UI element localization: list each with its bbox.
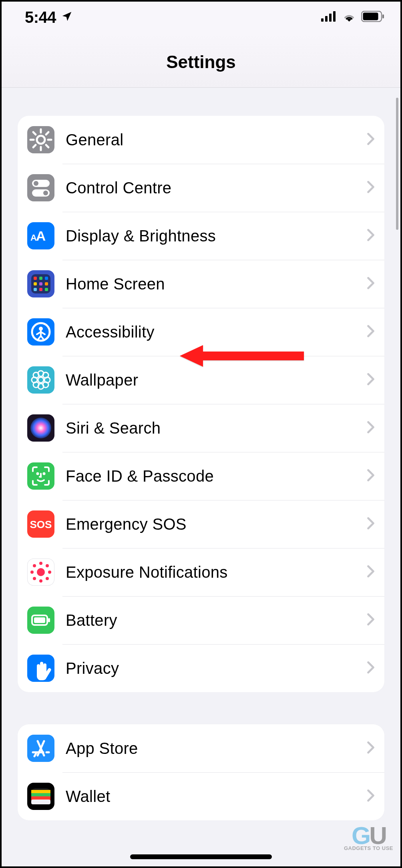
settings-group-1: GeneralControl CentreDisplay & Brightnes… xyxy=(18,116,384,692)
settings-row-label: Siri & Search xyxy=(66,419,367,437)
chevron-right-icon xyxy=(367,325,375,339)
chevron-right-icon xyxy=(367,469,375,483)
settings-row-label: Emergency SOS xyxy=(66,515,367,533)
settings-row-label: Exposure Notifications xyxy=(66,563,367,581)
svg-rect-0 xyxy=(321,18,324,22)
faceid-icon xyxy=(27,462,54,490)
svg-rect-6 xyxy=(382,14,384,18)
settings-row-control-centre[interactable]: Control Centre xyxy=(18,164,384,212)
chevron-right-icon xyxy=(367,613,375,627)
settings-row-emergency-sos[interactable]: Emergency SOS xyxy=(18,500,384,548)
settings-row-battery[interactable]: Battery xyxy=(18,596,384,644)
settings-group-2: App StoreWallet xyxy=(18,724,384,820)
wifi-icon xyxy=(342,11,356,23)
watermark: GU GADGETS TO USE xyxy=(344,824,393,851)
siri-icon xyxy=(27,414,54,442)
settings-row-label: Wallet xyxy=(66,788,367,806)
aa-icon xyxy=(27,222,54,249)
home-indicator[interactable] xyxy=(130,854,272,859)
settings-row-siri-search[interactable]: Siri & Search xyxy=(18,404,384,452)
sos-icon xyxy=(27,510,54,538)
grid-icon xyxy=(27,270,54,297)
settings-row-label: Privacy xyxy=(66,659,367,677)
chevron-right-icon xyxy=(367,133,375,147)
settings-row-label: Battery xyxy=(66,611,367,629)
settings-row-label: Accessibility xyxy=(66,323,367,341)
settings-row-label: Display & Brightness xyxy=(66,227,367,245)
flower-icon xyxy=(27,366,54,394)
wallet-icon xyxy=(27,783,54,810)
chevron-right-icon xyxy=(367,565,375,579)
page-title: Settings xyxy=(2,33,400,88)
toggles-icon xyxy=(27,174,54,201)
settings-row-privacy[interactable]: Privacy xyxy=(18,644,384,692)
chevron-right-icon xyxy=(367,421,375,435)
exposure-icon xyxy=(27,559,54,586)
svg-rect-2 xyxy=(329,14,332,22)
battery-icon xyxy=(361,11,384,24)
chevron-right-icon xyxy=(367,661,375,675)
settings-content: GeneralControl CentreDisplay & Brightnes… xyxy=(2,88,400,820)
chevron-right-icon xyxy=(367,741,375,755)
appstore-icon xyxy=(27,735,54,762)
chevron-right-icon xyxy=(367,517,375,531)
status-bar: 5:44 xyxy=(2,2,400,33)
cellular-icon xyxy=(321,11,337,23)
chevron-right-icon xyxy=(367,789,375,804)
svg-rect-5 xyxy=(363,13,378,20)
chevron-right-icon xyxy=(367,181,375,195)
hand-icon xyxy=(27,655,54,682)
battery-icon xyxy=(27,607,54,634)
settings-row-wallet[interactable]: Wallet xyxy=(18,772,384,820)
settings-row-label: Control Centre xyxy=(66,179,367,197)
svg-rect-1 xyxy=(325,16,328,22)
scrollbar[interactable] xyxy=(396,98,398,230)
settings-row-general[interactable]: General xyxy=(18,116,384,164)
settings-row-label: Face ID & Passcode xyxy=(66,467,367,485)
settings-row-app-store[interactable]: App Store xyxy=(18,724,384,772)
location-icon xyxy=(61,10,73,24)
settings-row-accessibility[interactable]: Accessibility xyxy=(18,308,384,356)
settings-row-exposure-notifications[interactable]: Exposure Notifications xyxy=(18,548,384,596)
chevron-right-icon xyxy=(367,373,375,387)
chevron-right-icon xyxy=(367,229,375,243)
settings-row-label: Home Screen xyxy=(66,275,367,293)
person-circle-icon xyxy=(27,318,54,346)
settings-row-faceid-passcode[interactable]: Face ID & Passcode xyxy=(18,452,384,500)
settings-row-display-brightness[interactable]: Display & Brightness xyxy=(18,212,384,260)
status-time: 5:44 xyxy=(25,8,56,26)
settings-row-label: App Store xyxy=(66,739,367,757)
settings-row-label: General xyxy=(66,131,367,149)
settings-row-label: Wallpaper xyxy=(66,371,367,389)
gear-icon xyxy=(27,126,54,153)
settings-row-wallpaper[interactable]: Wallpaper xyxy=(18,356,384,404)
svg-rect-3 xyxy=(333,11,336,22)
chevron-right-icon xyxy=(367,277,375,291)
settings-row-home-screen[interactable]: Home Screen xyxy=(18,260,384,308)
